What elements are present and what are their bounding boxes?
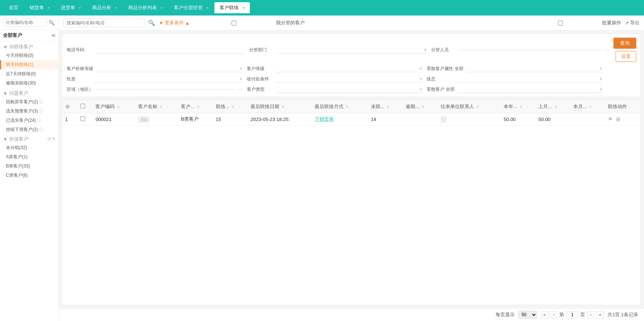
row-checkbox[interactable] (80, 116, 85, 121)
last-page-button[interactable]: » (596, 311, 604, 318)
sidebar-item-class-c[interactable]: C类客户(6) (0, 171, 59, 180)
filter-type-select[interactable]: ∨ (276, 86, 423, 93)
customer-table: ⚙ 客户编码 ⇅ 客户名称 ⇅ 客户... ⇅ 联络... ⇅ 最后联络日期 ⇅… (62, 100, 641, 125)
next-page-button[interactable]: › (587, 311, 594, 318)
chevron-retail-icon: ∨ (599, 87, 602, 92)
nav-tab-0[interactable]: 销货单 × (24, 2, 55, 13)
nav-tab-4[interactable]: 客户分层经营 × (169, 2, 214, 13)
sort-contact-icon: ⇅ (231, 105, 234, 109)
sidebar-item-repurchase-abnormal[interactable]: 回购异常客户(2) ⓘ (0, 97, 59, 107)
th-last-date: 最后联络日期 ⇅ (248, 100, 312, 113)
search-bar-right: 批量操作 ↗ 导出 (520, 20, 640, 26)
nav-tab-2[interactable]: 商品分析 × (87, 2, 122, 13)
filter-status-label: 状态 (427, 76, 452, 82)
edit-icon[interactable]: ✎ (52, 137, 56, 142)
sidebar-group-pending[interactable]: ▼ 待联络客户 (0, 41, 59, 51)
query-button[interactable]: 查询 (613, 38, 636, 49)
settings-button[interactable]: 设置 (616, 51, 636, 62)
export-button[interactable]: ↗ 导出 (625, 20, 640, 26)
close-tab-4-icon[interactable]: × (206, 6, 209, 10)
sidebar-item-loss-warning[interactable]: 流失预警客户(3) ⓘ (0, 107, 59, 116)
filter-row-4: 区域（地区） ··· 客户类型 ∨ 零散客户 全部 ∨ (67, 86, 636, 93)
close-tab-1-icon[interactable]: × (79, 6, 81, 10)
sidebar-search-input[interactable] (3, 18, 47, 27)
filter-row-2: 客户价格等级 ∨ 客户等级 ∨ 零散客户属性 全部 (67, 65, 636, 72)
filter-region-dots[interactable]: ··· (238, 86, 242, 92)
sidebar-item-tomorrow-contact[interactable]: 明天待联络(1) (0, 60, 59, 69)
per-page-label: 每页显示 (496, 311, 515, 318)
filter-type-label: 客户类型 (247, 86, 273, 93)
search-input[interactable] (63, 18, 144, 27)
filter-retail-select[interactable]: ∨ (458, 86, 602, 93)
action-icons: 👁 ⊞ (608, 116, 638, 122)
filter-phone: 电话号码 (67, 46, 245, 54)
eye-icon[interactable]: 👁 (608, 116, 613, 122)
filter-retail-attr-select[interactable]: ∨ (466, 65, 602, 72)
sidebar-item-lost[interactable]: 已流失客户(24) ⓘ (0, 116, 59, 125)
nav-tab-5[interactable]: 客户联络 × (214, 2, 250, 13)
first-page-button[interactable]: « (541, 311, 549, 318)
search-button-icon[interactable]: 🔍 (148, 20, 155, 26)
prev-page-button[interactable]: ‹ (550, 311, 557, 318)
chevron-price-icon: ∨ (239, 66, 242, 71)
select-all-checkbox[interactable] (80, 104, 85, 108)
sidebar-item-ungrouped[interactable]: 未分组(32) (0, 143, 59, 152)
filter-dept-select[interactable]: ∨ (278, 46, 427, 54)
close-tab-5-icon[interactable]: × (242, 6, 245, 10)
td-last-method: 下销货单 (312, 113, 368, 125)
filter-price-select[interactable]: ∨ (96, 65, 242, 72)
sidebar-search-area: 🔍 (0, 15, 59, 30)
last-method-link[interactable]: 下销货单 (315, 116, 334, 122)
sidebar-item-class-b[interactable]: B类客户(33) (0, 162, 59, 171)
close-tab-2-icon[interactable]: × (115, 6, 117, 10)
sidebar-item-class-a[interactable]: A类客户(1) (0, 152, 59, 162)
sort-overdue-icon: ⇅ (421, 105, 424, 109)
refresh-icon[interactable]: ↺ (47, 137, 51, 142)
table-area: ⚙ 客户编码 ⇅ 客户名称 ⇅ 客户... ⇅ 联络... ⇅ 最后联络日期 ⇅… (62, 100, 641, 305)
filter-status-select[interactable]: ∨ (455, 75, 602, 83)
sidebar-all-customers[interactable]: 全部客户 ≪ (0, 30, 59, 41)
nav-tab-3[interactable]: 商品分析列表 × (123, 2, 168, 13)
my-customers-checkbox[interactable] (193, 21, 274, 25)
nav-tab-1[interactable]: 进货单 × (56, 2, 86, 13)
filter-person-dots[interactable]: ··· (605, 47, 609, 53)
th-checkbox (77, 100, 92, 113)
close-tab-3-icon[interactable]: × (161, 6, 163, 10)
th-unlinked: 未联... ⇅ (368, 100, 403, 113)
sidebar-item-overdue-contact[interactable]: 逾期未联络(30) (0, 79, 59, 88)
td-contact-count: 15 (213, 113, 248, 125)
sidebar-item-7days-contact[interactable]: 近7天待联络(0) (0, 69, 59, 79)
filter-level-label: 客户等级 (247, 66, 273, 72)
filter-row-1: 电话号码 分管部门 ∨ 分管人员 ··· 查询 设置 (67, 38, 636, 62)
filter-nature-select[interactable]: ∨ (95, 75, 242, 83)
sidebar: 🔍 全部客户 ≪ ▼ 待联络客户 今天待联络(0) 明天待联络(1) 近7天待联… (0, 15, 59, 321)
filter-phone-input[interactable] (95, 46, 245, 54)
chevron-retail-attr-icon: ∨ (599, 66, 602, 71)
batch-op-button[interactable]: 批量操作 (520, 20, 621, 26)
filter-icon: ▼ (159, 20, 164, 26)
page-number-input[interactable] (566, 311, 578, 318)
sidebar-group-value: ▼ 价值客户 ↺ ✎ (0, 134, 59, 143)
th-last-month: 上月... ⇅ (535, 100, 570, 113)
sidebar-item-declining[interactable]: 持续下滑客户(2) ⓘ (0, 125, 59, 134)
chevron-payment-icon: ∨ (419, 76, 422, 81)
grid-icon[interactable]: ⊞ (616, 116, 620, 122)
close-tab-0-icon[interactable]: × (48, 6, 50, 10)
th-settings[interactable]: ⚙ (62, 100, 77, 113)
th-this-year: 本年... ⇅ (501, 100, 535, 113)
filter-price-label: 客户价格等级 (67, 66, 93, 72)
batch-op-checkbox[interactable] (520, 21, 601, 25)
filter-level-select[interactable]: ∨ (276, 65, 423, 72)
sidebar-group-problem[interactable]: ▼ 问题客户 (0, 88, 59, 97)
per-page-select[interactable]: 50 100 (518, 311, 537, 319)
more-conditions-button[interactable]: ▼ 更多条件 ▲ (159, 20, 190, 26)
sort-person-icon: ⇅ (476, 105, 479, 109)
td-last-month: 50.00 (535, 113, 570, 125)
sidebar-item-today-contact[interactable]: 今天待联络(0) (0, 51, 59, 60)
sort-code-icon: ⇅ (117, 105, 120, 109)
filter-payment-select[interactable]: ∨ (276, 75, 423, 83)
sidebar-search-icon[interactable]: 🔍 (49, 20, 55, 25)
all-customers-label: 全部客户 (3, 32, 22, 39)
nav-home[interactable]: 首页 (4, 2, 24, 13)
th-this-month: 本月... ⇅ (570, 100, 605, 113)
